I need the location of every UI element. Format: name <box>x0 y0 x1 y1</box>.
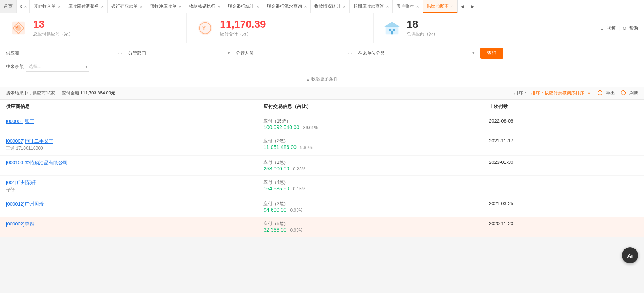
person-filter-wrapper[interactable]: ··· <box>256 48 354 58</box>
total-suppliers-label: 总供应商（家） <box>407 31 585 37</box>
supplier-link[interactable]: [000100]本特勤油品有限公司 <box>6 160 68 165</box>
nav-tab-cashbank-flow-close[interactable]: × <box>304 4 307 9</box>
nav-tab-adjust[interactable]: 应收应付调整单 × <box>64 0 108 13</box>
table-row: [000002]李四应付（5笔）32,366.000.03%2020-11-20 <box>0 217 644 237</box>
dept-filter-input[interactable] <box>150 49 228 57</box>
supplier-link[interactable]: [000012]广州贝瑞 <box>6 201 44 207</box>
supplier-link[interactable]: [000002]李四 <box>6 221 34 227</box>
balance-filter-input[interactable] <box>27 63 85 70</box>
query-button[interactable]: 查询 <box>480 48 503 59</box>
nav-tab-supplier-ledger-close[interactable]: × <box>451 4 453 8</box>
last-pay-cell: 2021-11-17 <box>483 134 644 156</box>
nav-tab-adjust-label: 应收应付调整单 <box>68 3 99 10</box>
top-navigation: 首页 3 × 其他收入单 × 应收应付调整单 × 银行存取款单 × 预收冲应收单… <box>0 0 644 13</box>
tx-amount[interactable]: 94,600.00 <box>263 207 286 213</box>
balance-chevron-icon[interactable]: ▾ <box>85 64 88 69</box>
nav-tab-cashbank-flow-label: 现金银行流水查询 <box>267 3 302 10</box>
supplier-link[interactable]: [000007]恒旺二手叉车 <box>6 138 53 144</box>
summary-links: ⊙ 视频 | ⊙ 帮助 <box>594 13 644 43</box>
col-last-pay: 上次付数 <box>483 100 644 114</box>
sort-chevron-icon[interactable]: ▾ <box>588 91 590 96</box>
nav-next-arrow[interactable]: ▶ <box>468 0 478 13</box>
help-link[interactable]: 帮助 <box>629 25 638 31</box>
nav-tab-other-income[interactable]: 其他收入单 × <box>30 0 64 13</box>
tx-amount[interactable]: 11,051,486.00 <box>263 144 297 150</box>
table-row: [000001]张三应付（15笔）100,092,540.0089.61%202… <box>0 114 644 134</box>
dept-chevron-icon[interactable]: ▾ <box>228 51 230 55</box>
payable-amount-number: 11,170.39 <box>220 19 364 30</box>
sort-label: 排序： <box>514 90 528 96</box>
collapse-more-label: 收起更多条件 <box>311 76 338 82</box>
nav-tab-prepay-close[interactable]: × <box>179 4 181 9</box>
balance-filter-wrapper[interactable]: ▾ <box>26 62 89 72</box>
filter-item-balance: 往来余额 ▾ <box>6 62 87 72</box>
category-chevron-icon[interactable]: ▾ <box>472 51 475 55</box>
nav-tab-verify-close[interactable]: × <box>218 4 220 9</box>
result-info: 搜索结果中，供应商13家 应付金额 111,703,854.00元 <box>6 90 115 96</box>
tx-amount[interactable]: 32,366.00 <box>263 227 286 233</box>
nav-tab-prepay[interactable]: 预收冲应收单 × <box>146 0 185 13</box>
nav-tab-customer-ledger-close[interactable]: × <box>416 4 419 9</box>
sort-value[interactable]: 排序：按应付余额倒序排序 <box>531 90 584 96</box>
last-pay-cell: 2023-01-30 <box>483 156 644 176</box>
nav-tab-receipt-stat-close[interactable]: × <box>343 4 345 9</box>
nav-tab-cashbank-stat[interactable]: 现金银行统计 × <box>224 0 263 13</box>
svg-point-12 <box>598 90 602 95</box>
tx-label: 应付（1笔） <box>263 159 477 166</box>
nav-tab-cashbank-stat-close[interactable]: × <box>256 4 259 9</box>
video-link[interactable]: 视频 <box>607 25 616 31</box>
refresh-button[interactable]: 刷新 <box>629 90 638 96</box>
supplier-filter-label: 供应商 <box>6 50 19 56</box>
nav-tab-customer-ledger[interactable]: 客户账本 × <box>393 0 423 13</box>
nav-tab-cashbank-flow[interactable]: 现金银行流水查询 × <box>263 0 311 13</box>
supplier-info-cell: [000012]广州贝瑞 <box>0 197 258 217</box>
result-text: 搜索结果中，供应商13家 <box>6 90 55 96</box>
export-button[interactable]: 导出 <box>606 90 615 96</box>
supplier-sub-info: 仔仔 <box>6 187 252 193</box>
circle-help-icon: ⊙ <box>623 25 626 31</box>
nav-tab-other-income-close[interactable]: × <box>58 4 60 9</box>
nav-tab-verify[interactable]: 收款核销执行 × <box>185 0 224 13</box>
nav-tab-overdue-close[interactable]: × <box>386 4 389 9</box>
main-content: 供应商信息 应付交易信息（占比） 上次付数 [000001]张三应付（15笔）1… <box>0 100 644 237</box>
category-filter-wrapper[interactable]: ▾ <box>387 48 476 58</box>
tx-info-cell: 应付（15笔）100,092,540.0089.61% <box>258 114 483 134</box>
tx-amount[interactable]: 164,635.90 <box>263 186 289 192</box>
nav-tab-receipt-stat[interactable]: 收款情况统计 × <box>311 0 349 13</box>
supplier-link[interactable]: [000001]张三 <box>6 118 34 124</box>
nav-prev-arrow[interactable]: ◀ <box>457 0 468 13</box>
filter-bar: 供应商 ··· 分管部门 ▾ 分管人员 ··· <box>0 43 644 87</box>
supplier-filter-input-wrapper[interactable]: ··· <box>21 48 124 58</box>
nav-tab-other-income-label: 其他收入单 <box>34 3 56 10</box>
nav-tab-bank[interactable]: 银行存取款单 × <box>108 0 146 13</box>
person-dots-icon[interactable]: ··· <box>348 50 352 56</box>
person-filter-input[interactable] <box>257 49 347 57</box>
circle-play-icon: ⊙ <box>600 25 604 31</box>
supplier-filter-input[interactable] <box>23 49 117 57</box>
tx-percent: 0.23% <box>293 166 305 172</box>
tx-amount[interactable]: 100,092,540.00 <box>263 124 299 130</box>
nav-tab-bank-close[interactable]: × <box>140 4 142 9</box>
tx-label: 应付（15笔） <box>263 118 477 124</box>
nav-tab-3-close[interactable]: × <box>24 4 27 9</box>
nav-tab-3[interactable]: 3 × <box>17 0 30 13</box>
supplier-dots-icon[interactable]: ··· <box>118 50 122 56</box>
nav-tab-supplier-ledger[interactable]: 供应商账本 × <box>423 0 457 13</box>
tx-info-cell: 应付（4笔）164,635.900.15% <box>258 176 483 197</box>
supplier-link[interactable]: [001]广州荣轩 <box>6 180 36 185</box>
category-filter-input[interactable] <box>388 49 472 57</box>
summary-card-payable-amount: ¥ 11,170.39 应付合计（万） <box>187 13 374 43</box>
store-icon <box>382 18 402 38</box>
collapse-more-btn[interactable]: ▲ 收起更多条件 <box>6 75 638 84</box>
nav-tab-overdue[interactable]: 超期应收款查询 × <box>350 0 393 13</box>
dept-filter-wrapper[interactable]: ▾ <box>148 48 231 58</box>
supplier-sub-info: 王通 17106110000 <box>6 145 252 152</box>
tx-amount[interactable]: 258,000.00 <box>263 166 289 172</box>
nav-tab-home[interactable]: 首页 <box>0 0 17 13</box>
nav-tab-cashbank-stat-label: 现金银行统计 <box>228 3 254 10</box>
svg-rect-10 <box>393 29 395 31</box>
nav-tab-adjust-close[interactable]: × <box>101 4 104 9</box>
table-row: [000007]恒旺二手叉车王通 17106110000应付（2笔）11,051… <box>0 134 644 156</box>
supplier-info-cell: [000002]李四 <box>0 217 258 237</box>
payable-suppliers-label: 总应付供应商（家） <box>33 31 178 37</box>
